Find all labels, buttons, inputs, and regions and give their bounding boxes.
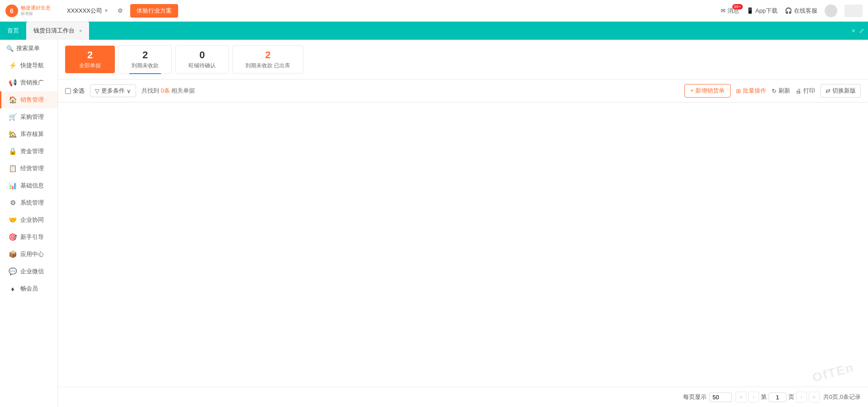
- sidebar-item-guide[interactable]: 🎯 新手引导: [0, 229, 57, 246]
- tab-cashflow-label: 钱货日清工作台: [33, 27, 75, 35]
- sidebar-item-label-sales: 销售管理: [20, 96, 44, 104]
- tab-home[interactable]: 首页: [0, 22, 26, 40]
- total-text: 共0页,0条记录: [823, 393, 861, 401]
- search-menu-btn[interactable]: 🔍 搜索菜单: [0, 40, 57, 57]
- print-label: 打印: [803, 87, 815, 95]
- sidebar-item-member[interactable]: ♦ 畅会员: [0, 280, 57, 297]
- sidebar-item-operations[interactable]: 📋 经营管理: [0, 160, 57, 177]
- page-input[interactable]: [769, 393, 787, 402]
- avatar[interactable]: [825, 5, 837, 17]
- page-label: 第: [761, 393, 767, 401]
- sidebar-item-marketing[interactable]: 📢 营销推广: [0, 74, 57, 91]
- sidebar-item-app-center[interactable]: 📦 应用中心: [0, 246, 57, 263]
- select-all-input[interactable]: [65, 88, 71, 94]
- sidebar-item-quick-nav[interactable]: ⚡ 快捷导航: [0, 57, 57, 74]
- pagination-bar: 每页显示 10 20 50 100 « ‹ 第 页 › » 共0页,0条记录: [58, 387, 868, 407]
- logo-text: 畅捷通好生意: [21, 5, 51, 11]
- table-area: [58, 103, 868, 387]
- header: 6 畅捷通好生意 标准版 XXXXXX公司 ▼ ⚙ 体验行业方案 ✉ 消息 99…: [0, 0, 868, 22]
- toolbar-left: 全选 ▽ 更多条件 ∨ 共找到 0条 相关单据: [65, 84, 679, 97]
- sidebar-item-label-app-center: 应用中心: [20, 250, 44, 258]
- print-btn[interactable]: 🖨 打印: [796, 87, 815, 95]
- app-download-label: App下载: [755, 7, 778, 15]
- inventory-icon: 🏡: [9, 130, 17, 138]
- chevron-down-icon: ▼: [104, 8, 108, 13]
- marketing-icon: 📢: [9, 79, 17, 87]
- stat-label-overdue: 到期未收款: [132, 62, 159, 70]
- toolbar-right: + 新增销货单 ⊞ 批量操作 ↻ 刷新 🖨 打印 ⇄ 切换新版: [684, 84, 861, 98]
- switch-label: 切换新版: [832, 87, 856, 95]
- main-layout: 🔍 搜索菜单 ⚡ 快捷导航 📢 营销推广 🏠 销售管理 🛒 采购管理 🏡 库存核…: [0, 40, 868, 407]
- add-sale-btn[interactable]: + 新增销货单: [684, 84, 731, 98]
- found-suffix: 相关单据: [171, 87, 195, 94]
- stat-card-pending[interactable]: 0 旺铺待确认: [175, 45, 229, 74]
- purchase-icon: 🛒: [9, 113, 17, 121]
- tab-close-icon[interactable]: ×: [79, 28, 82, 33]
- app-download-btn[interactable]: 📱 App下载: [746, 7, 778, 15]
- sidebar-item-inventory[interactable]: 🏡 库存核算: [0, 126, 57, 143]
- toolbar: 全选 ▽ 更多条件 ∨ 共找到 0条 相关单据 + 新增销货单 ⊞: [58, 80, 868, 103]
- page-suffix: 页: [788, 393, 794, 401]
- stat-card-overdue-shipped[interactable]: 2 到期未收款 已出库: [232, 45, 303, 74]
- per-page-select: 每页显示 10 20 50 100: [683, 393, 732, 402]
- online-service-label: 在线客服: [794, 7, 817, 15]
- sidebar-item-finance[interactable]: 🔒 资金管理: [0, 143, 57, 160]
- enterprise-icon: 🤝: [9, 216, 17, 224]
- prev-page-btn[interactable]: ‹: [748, 392, 759, 402]
- search-menu-label: 搜索菜单: [16, 44, 40, 52]
- sidebar-item-sales[interactable]: 🏠 销售管理: [0, 91, 57, 108]
- user-info[interactable]: [844, 5, 863, 17]
- switch-version-btn[interactable]: ⇄ 切换新版: [821, 84, 861, 98]
- maximize-icon[interactable]: ⤢: [859, 27, 864, 34]
- app-center-icon: 📦: [9, 250, 17, 258]
- tab-underline: [129, 73, 161, 74]
- sales-icon: 🏠: [9, 96, 17, 104]
- sidebar-item-label-basic-info: 基础信息: [20, 182, 44, 190]
- refresh-label: 刷新: [778, 87, 790, 95]
- settings-icon[interactable]: ⚙: [116, 5, 125, 16]
- company-selector[interactable]: XXXXXX公司 ▼: [63, 5, 112, 17]
- last-page-btn[interactable]: »: [809, 392, 820, 402]
- tab-cashflow[interactable]: 钱货日清工作台 ×: [26, 22, 89, 40]
- sidebar-item-system[interactable]: ⚙ 系统管理: [0, 194, 57, 211]
- message-badge: 99+: [732, 4, 743, 9]
- batch-btn[interactable]: ⊞ 批量操作: [736, 87, 766, 95]
- per-page-dropdown[interactable]: 10 20 50 100: [709, 393, 732, 402]
- switch-icon: ⇄: [826, 88, 830, 94]
- sidebar-item-enterprise[interactable]: 🤝 企业协同: [0, 211, 57, 229]
- stat-number-pending: 0: [199, 49, 205, 61]
- tabs-bar-right: × ⤢: [852, 27, 868, 34]
- tab-home-label: 首页: [7, 27, 19, 35]
- close-window-icon[interactable]: ×: [852, 27, 855, 34]
- sidebar-item-purchase[interactable]: 🛒 采购管理: [0, 108, 57, 126]
- sidebar-item-label-purchase: 采购管理: [20, 113, 44, 121]
- refresh-btn[interactable]: ↻ 刷新: [772, 87, 790, 95]
- sidebar-item-wechat[interactable]: 💬 企业微信: [0, 263, 57, 280]
- stat-label-overdue-shipped: 到期未收款 已出库: [245, 62, 290, 70]
- first-page-btn[interactable]: «: [736, 392, 746, 402]
- stats-row: 2 全部单据 2 到期未收款 0 旺铺待确认 2 到期未收款 已出库: [58, 40, 868, 80]
- sidebar-item-label-finance: 资金管理: [20, 147, 44, 155]
- filter-btn[interactable]: ▽ 更多条件 ∨: [90, 84, 136, 97]
- content-area: 2 全部单据 2 到期未收款 0 旺铺待确认 2 到期未收款 已出库: [58, 40, 868, 407]
- app-download-icon: 📱: [746, 7, 754, 14]
- header-right: ✉ 消息 99+ 📱 App下载 🎧 在线客服: [721, 5, 863, 17]
- message-btn[interactable]: ✉ 消息 99+: [721, 7, 739, 15]
- next-page-btn[interactable]: ›: [796, 392, 807, 402]
- stat-card-overdue[interactable]: 2 到期未收款: [118, 45, 172, 74]
- select-all-checkbox[interactable]: 全选: [65, 87, 85, 95]
- logo-icon: 6: [5, 5, 18, 17]
- stat-number-overdue: 2: [142, 49, 148, 61]
- found-count: 0条: [161, 87, 170, 94]
- per-page-label: 每页显示: [683, 393, 707, 401]
- stat-label-pending: 旺铺待确认: [189, 62, 216, 70]
- online-service-btn[interactable]: 🎧 在线客服: [785, 7, 817, 15]
- sidebar-item-label-inventory: 库存核算: [20, 130, 44, 138]
- stat-card-all[interactable]: 2 全部单据: [65, 46, 115, 73]
- batch-icon: ⊞: [736, 88, 741, 94]
- guide-icon: 🎯: [9, 233, 17, 241]
- sidebar-item-basic-info[interactable]: 📊 基础信息: [0, 177, 57, 194]
- trial-btn[interactable]: 体验行业方案: [130, 4, 178, 18]
- logo: 6 畅捷通好生意 标准版: [5, 5, 63, 17]
- pagination-nav: « ‹ 第 页 › »: [736, 392, 820, 402]
